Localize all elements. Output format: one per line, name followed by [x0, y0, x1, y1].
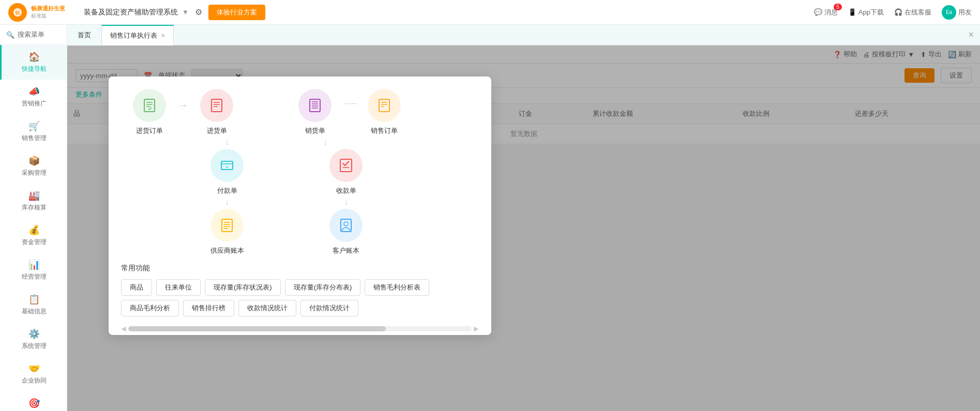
receipt-bill-icon: [329, 149, 363, 182]
flow-purchase-order: 进货订单: [121, 89, 178, 135]
marketing-icon: 📣: [28, 86, 40, 97]
sidebar-item-finance[interactable]: 💰 资金管理: [0, 218, 67, 253]
function-grid: 商品 往来单位 现存量(库存状况表) 现存量(库存分布表) 销售毛利分析表 商品…: [121, 279, 479, 316]
common-functions: 常用功能 商品 往来单位 现存量(库存状况表) 现存量(库存分布表) 销售毛利分…: [121, 264, 479, 316]
system-title-area: 装备及固定资产辅助管理系统 ▼ ⚙: [84, 7, 202, 17]
user-area[interactable]: Ea 用友: [942, 5, 972, 20]
sidebar-item-operations[interactable]: 📊 经营管理: [0, 253, 67, 287]
flow-purchase-bill: 进货单: [188, 89, 245, 135]
svg-point-30: [344, 222, 348, 226]
scrollbar-thumb: [128, 326, 386, 331]
svg-rect-22: [340, 159, 352, 172]
svg-rect-6: [212, 99, 222, 112]
flow-middle-row: ¥ 付款单 收款单: [121, 149, 479, 195]
sidebar-item-basic[interactable]: 📋 基础信息: [0, 287, 67, 322]
message-badge: 5: [834, 4, 842, 10]
v-arrow-receipt: ↓: [318, 197, 374, 207]
search-icon: 🔍: [6, 31, 14, 39]
func-btn-product[interactable]: 商品: [121, 279, 152, 296]
v-arrows-row2: ↓ ↓: [121, 197, 479, 207]
sales-order-icon: [368, 89, 401, 122]
v-arrows-row1: ↓ ↓ ↓: [121, 138, 479, 147]
inventory-icon: 🏭: [28, 190, 40, 201]
system-title: 装备及固定资产辅助管理系统: [84, 8, 178, 17]
func-btn-sales-margin[interactable]: 销售毛利分析表: [365, 279, 429, 296]
dropdown-icon[interactable]: ▼: [182, 8, 189, 16]
tab-sales-order[interactable]: 销售订单执行表 ×: [101, 25, 174, 45]
svg-text:¥: ¥: [226, 165, 228, 169]
content-area: 首页 销售订单执行表 × × ❓ 帮助 �: [67, 25, 980, 411]
func-btn-stock-status[interactable]: 现存量(库存状况表): [205, 279, 281, 296]
supplier-account-icon: [210, 209, 244, 242]
scroll-right-arrow[interactable]: ▶: [474, 325, 479, 332]
arrow-1: →: [178, 89, 188, 124]
customer-account-icon: [329, 209, 363, 242]
purchase-bill-icon: [200, 89, 233, 122]
sidebar-item-quick-nav[interactable]: 🏠 快捷导航: [0, 45, 67, 80]
close-all-tabs[interactable]: ×: [968, 29, 974, 40]
tab-close-icon[interactable]: ×: [161, 32, 165, 39]
sidebar-item-purchase[interactable]: 📦 采购管理: [0, 149, 67, 184]
newbie-icon: 🎯: [28, 398, 40, 409]
top-bar: 畅 畅康通好生意 标准版 装备及固定资产辅助管理系统 ▼ ⚙ 体验行业方案 💬 …: [0, 0, 980, 25]
sidebar-item-sales[interactable]: 🛒 销售管理: [0, 114, 67, 149]
svg-text:畅: 畅: [15, 10, 20, 16]
v-arrow-purchase: ↓: [199, 138, 255, 147]
sidebar-item-cooperation[interactable]: 🤝 企业协同: [0, 357, 67, 391]
download-icon: 📱: [848, 8, 856, 16]
flow-sales-order: 销售订单: [356, 89, 413, 135]
message-button[interactable]: 💬 消息 5: [814, 8, 838, 17]
purchase-icon: 📦: [28, 155, 40, 166]
sales-icon: 🛒: [28, 120, 40, 132]
settings-icon[interactable]: ⚙: [195, 7, 202, 17]
trial-button[interactable]: 体验行业方案: [208, 5, 265, 20]
tab-bar: 首页 销售订单执行表 × ×: [67, 25, 980, 45]
func-btn-stock-dist[interactable]: 现存量(库存分布表): [285, 279, 361, 296]
dashed-arrow-1: ←- - -: [343, 89, 356, 120]
logo-text: 畅康通好生意 标准版: [31, 5, 65, 20]
cooperation-icon: 🤝: [28, 363, 40, 374]
service-icon: 🎧: [894, 8, 902, 16]
main-content: ❓ 帮助 🖨 按模板打印 ▼ ⬆ 导出 🔄: [67, 45, 980, 411]
flow-bottom-row: 供应商账本 客户账本: [121, 209, 479, 255]
modal-box: 进货订单 → 进货单: [109, 77, 491, 335]
logo-area: 畅 畅康通好生意 标准版: [8, 3, 76, 22]
func-btn-product-margin[interactable]: 商品毛利分析: [121, 300, 179, 316]
home-icon: 🏠: [28, 51, 40, 63]
scrollbar-track: [128, 326, 472, 331]
modal-overlay[interactable]: 进货订单 → 进货单: [67, 45, 980, 411]
func-btn-payment-stats[interactable]: 付款情况统计: [300, 300, 358, 316]
common-functions-title: 常用功能: [121, 264, 479, 273]
flow-payment-bill: ¥ 付款单: [199, 149, 255, 195]
app-download-button[interactable]: 📱 App下载: [848, 8, 884, 17]
func-btn-receipt-stats[interactable]: 收款情况统计: [238, 300, 296, 316]
flow-supplier-account: 供应商账本: [199, 209, 255, 255]
svg-rect-15: [379, 99, 389, 112]
flow-customer-account: 客户账本: [318, 209, 374, 255]
sidebar-item-system[interactable]: ⚙️ 系统管理: [0, 322, 67, 357]
online-service-button[interactable]: 🎧 在线客服: [894, 8, 931, 17]
avatar: Ea: [942, 5, 956, 20]
logo-icon: 畅: [8, 3, 27, 22]
finance-icon: 💰: [28, 224, 40, 236]
modal-scroll-area: ◀ ▶: [121, 325, 479, 332]
sidebar: 🔍 搜索菜单 🏠 快捷导航 📣 营销推广 🛒 销售管理 📦 采购管理 🏭: [0, 25, 67, 411]
search-menu[interactable]: 🔍 搜索菜单: [0, 25, 67, 45]
sidebar-item-inventory[interactable]: 🏭 库存核算: [0, 184, 67, 218]
svg-rect-10: [310, 99, 320, 112]
v-arrow-sales: ↓: [297, 138, 354, 147]
tab-home[interactable]: 首页: [67, 25, 101, 45]
top-right-area: 💬 消息 5 📱 App下载 🎧 在线客服 Ea 用友: [814, 5, 972, 20]
scroll-left-arrow[interactable]: ◀: [121, 325, 126, 332]
flow-top-row: 进货订单 → 进货单: [121, 89, 479, 135]
flow-sales-bill: 销货单: [287, 89, 343, 135]
operations-icon: 📊: [28, 259, 40, 270]
basic-icon: 📋: [28, 294, 40, 305]
sidebar-item-marketing[interactable]: 📣 营销推广: [0, 80, 67, 114]
func-btn-counterparty[interactable]: 往来单位: [156, 279, 201, 296]
payment-bill-icon: ¥: [210, 149, 244, 182]
sidebar-item-newbie[interactable]: 🎯 新手引导: [0, 391, 67, 411]
message-icon: 💬: [814, 8, 822, 16]
purchase-order-icon: [133, 89, 166, 122]
func-btn-sales-rank[interactable]: 销售排行榜: [183, 300, 234, 316]
